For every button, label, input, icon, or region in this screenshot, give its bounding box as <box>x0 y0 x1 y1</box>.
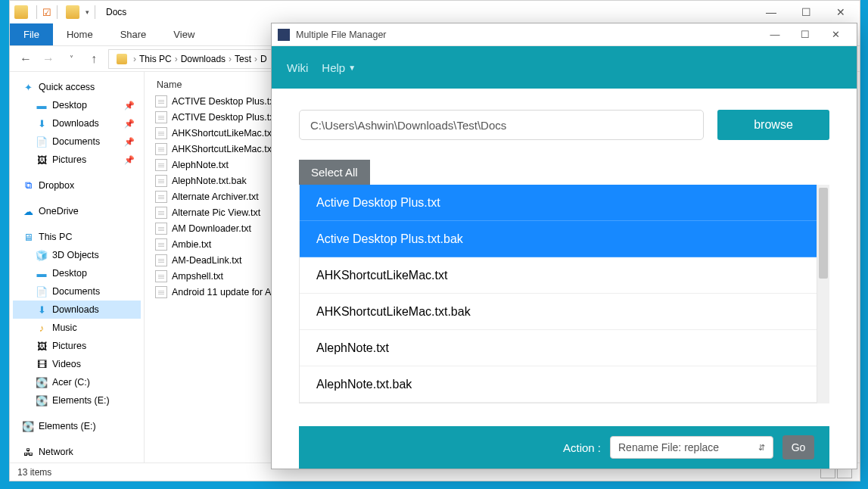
desktop-icon: ▬ <box>36 99 48 111</box>
file-icon <box>155 223 167 235</box>
window-title: Docs <box>106 7 126 17</box>
folder-icon <box>14 5 28 19</box>
pin-icon: 📌 <box>124 155 135 165</box>
file-name: ACTIVE Desktop Plus.txt <box>172 96 277 107</box>
download-icon: ⬇ <box>36 304 48 316</box>
minimize-button[interactable]: — <box>754 1 789 23</box>
file-icon <box>155 159 167 171</box>
tree-downloads[interactable]: ⬇Downloads📌 <box>13 114 141 132</box>
crumb[interactable]: Downloads <box>181 54 226 64</box>
tree-pictures[interactable]: 🖼Pictures <box>13 337 141 355</box>
close-button[interactable]: ✕ <box>820 23 851 46</box>
music-icon: ♪ <box>36 322 48 334</box>
action-select[interactable]: Rename File: replace ⇵ <box>610 436 773 459</box>
tree-documents[interactable]: 📄Documents📌 <box>13 132 141 151</box>
tree-downloads[interactable]: ⬇Downloads <box>13 301 141 319</box>
tree-network[interactable]: 🖧Network <box>13 443 141 461</box>
tree-documents[interactable]: 📄Documents <box>13 282 141 301</box>
file-name: AM Downloader.txt <box>172 223 251 234</box>
tab-share[interactable]: Share <box>107 23 160 45</box>
action-footer: Action : Rename File: replace ⇵ Go <box>299 426 829 469</box>
list-item[interactable]: AlephNote.txt <box>300 330 817 366</box>
tree-drive-e[interactable]: 💽Elements (E:) <box>13 391 141 410</box>
tree-pictures[interactable]: 🖼Pictures📌 <box>13 151 141 169</box>
tab-file[interactable]: File <box>10 23 53 45</box>
maximize-button[interactable]: ☐ <box>790 23 820 46</box>
up-button[interactable]: ↑ <box>86 51 102 67</box>
tree-dropbox[interactable]: ⧉Dropbox <box>13 176 141 195</box>
file-name: AlephNote.txt.bak <box>172 176 247 186</box>
pin-icon: 📌 <box>124 137 135 147</box>
drive-icon: 💽 <box>22 420 34 432</box>
menu-help[interactable]: Help▼ <box>322 61 356 74</box>
recent-dropdown-icon[interactable]: ˅ <box>63 51 79 67</box>
manager-titlebar[interactable]: Multiple File Manager — ☐ ✕ <box>272 23 857 46</box>
nav-tree[interactable]: ✦Quick access ▬Desktop📌 ⬇Downloads📌 📄Doc… <box>10 72 145 463</box>
pictures-icon: 🖼 <box>36 154 48 166</box>
tab-view[interactable]: View <box>160 23 208 45</box>
tree-drive-c[interactable]: 💽Acer (C:) <box>13 373 141 391</box>
file-icon <box>155 143 167 155</box>
pc-icon: 🖥 <box>22 231 34 243</box>
checkbox-icon[interactable]: ☑ <box>42 7 51 18</box>
crumb[interactable]: Test <box>235 54 251 64</box>
drive-icon: 💽 <box>36 394 48 406</box>
list-item[interactable]: Active Desktop Plus.txt <box>300 185 817 221</box>
tree-3d-objects[interactable]: 🧊3D Objects <box>13 246 141 264</box>
action-selected-value: Rename File: replace <box>618 441 719 453</box>
file-icon <box>155 191 167 203</box>
videos-icon: 🎞 <box>36 358 48 370</box>
status-item-count: 13 items <box>17 467 51 478</box>
file-icon <box>155 254 167 266</box>
file-icon <box>155 270 167 282</box>
file-icon <box>155 175 167 187</box>
scrollbar[interactable] <box>817 185 829 403</box>
list-item[interactable]: AlephNote.txt.bak <box>300 366 817 403</box>
window-title: Multiple File Manager <box>296 30 387 40</box>
close-button[interactable]: ✕ <box>823 1 858 23</box>
list-item[interactable]: AHKShortcutLikeMac.txt <box>300 257 817 294</box>
download-icon: ⬇ <box>36 117 48 129</box>
file-name: Android 11 update for ASU <box>172 287 285 297</box>
file-icon <box>155 238 167 251</box>
tree-this-pc[interactable]: 🖥This PC <box>13 228 141 246</box>
documents-icon: 📄 <box>36 285 48 297</box>
select-all-button[interactable]: Select All <box>299 160 370 185</box>
maximize-button[interactable]: ☐ <box>789 1 823 23</box>
list-item[interactable]: AHKShortcutLikeMac.txt.bak <box>300 294 817 330</box>
forward-button[interactable]: → <box>40 51 57 67</box>
tree-onedrive[interactable]: ☁OneDrive <box>13 202 141 220</box>
tree-videos[interactable]: 🎞Videos <box>13 355 141 373</box>
tree-desktop[interactable]: ▬Desktop📌 <box>13 96 141 114</box>
tree-quick-access[interactable]: ✦Quick access <box>13 78 141 96</box>
file-list[interactable]: Active Desktop Plus.txtActive Desktop Pl… <box>299 185 817 403</box>
drive-icon: 💽 <box>36 376 48 388</box>
file-icon <box>155 207 167 219</box>
tree-desktop[interactable]: ▬Desktop <box>13 264 141 282</box>
tree-drive-e[interactable]: 💽Elements (E:) <box>13 417 141 435</box>
file-icon <box>155 95 167 107</box>
app-icon <box>278 29 290 41</box>
list-item[interactable]: Active Desktop Plus.txt.bak <box>300 221 817 257</box>
go-button[interactable]: Go <box>782 435 814 459</box>
minimize-button[interactable]: — <box>760 23 790 46</box>
crumb[interactable]: D <box>260 54 267 64</box>
explorer-titlebar[interactable]: ☑ ▾ Docs — ☐ ✕ <box>10 1 860 23</box>
qat-dropdown-icon[interactable]: ▾ <box>86 8 89 16</box>
directory-input[interactable] <box>299 110 704 140</box>
menu-wiki[interactable]: Wiki <box>287 61 308 74</box>
cube-icon: 🧊 <box>36 249 48 261</box>
back-button[interactable]: ← <box>17 51 34 67</box>
select-arrows-icon: ⇵ <box>758 443 765 453</box>
crumb[interactable]: This PC <box>139 54 172 64</box>
documents-icon: 📄 <box>36 135 48 148</box>
menu-bar: Wiki Help▼ <box>272 46 857 89</box>
file-name: AlephNote.txt <box>172 160 229 170</box>
tree-music[interactable]: ♪Music <box>13 319 141 337</box>
star-icon: ✦ <box>22 81 34 93</box>
manager-window: Multiple File Manager — ☐ ✕ Wiki Help▼ b… <box>271 23 857 469</box>
folder-icon <box>66 5 79 19</box>
scrollbar-thumb[interactable] <box>819 188 828 279</box>
browse-button[interactable]: browse <box>717 110 829 140</box>
tab-home[interactable]: Home <box>53 23 107 45</box>
